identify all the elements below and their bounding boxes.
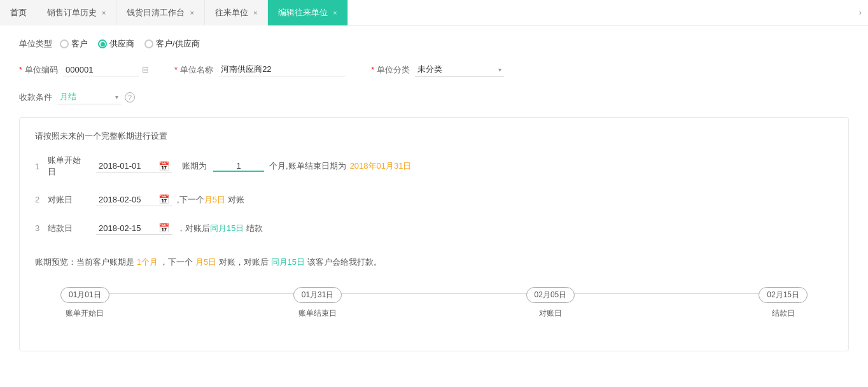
code-field: * 单位编码 ⊟ xyxy=(19,64,149,76)
radio-both[interactable]: 客户/供应商 xyxy=(144,38,200,50)
tab-sales-history-close[interactable]: × xyxy=(102,9,106,17)
payment-dropdown[interactable]: 月结 ▾ xyxy=(57,90,121,104)
tab-edit-partner[interactable]: 编辑往来单位 × xyxy=(268,0,347,25)
tab-home[interactable]: 首页 xyxy=(0,0,37,25)
timeline-badge-1: 01月01日 xyxy=(60,287,109,303)
period-row-1: 1 账单开始日 📅 账期为 个月,账单结束日期为 2018年01月31日 xyxy=(35,155,833,178)
name-label: 单位名称 xyxy=(180,64,213,76)
preview-comma1: ，下一个 xyxy=(160,257,193,267)
period-row-1-end-date: 2018年01月31日 xyxy=(350,160,412,172)
period-row-3-date-wrapper: 📅 xyxy=(96,222,172,235)
period-row-1-label: 账单开始日 xyxy=(48,155,86,178)
timeline-badge-2: 01月31日 xyxy=(293,287,342,303)
name-required: * xyxy=(174,65,178,74)
preview-mid: 对账，对账后 xyxy=(219,257,269,267)
period-row-3-highlight: 同月15日 xyxy=(210,223,244,234)
timeline-badge-3: 02月05日 xyxy=(526,287,575,303)
period-row-3-text2: 结款 xyxy=(246,223,263,234)
timeline-point-2: 01月31日 账单结束日 xyxy=(293,287,342,319)
timeline-badge-4: 02月15日 xyxy=(759,287,808,303)
radio-both-circle xyxy=(144,39,153,48)
period-row-2-highlight: 月5日 xyxy=(204,194,225,206)
period-row-2-text2: 对账 xyxy=(228,194,244,206)
unit-type-radio-group: 客户 供应商 客户/供应商 xyxy=(60,38,200,50)
period-row-3-calendar-icon[interactable]: 📅 xyxy=(158,223,169,233)
payment-row: 收款条件 月结 ▾ ? xyxy=(19,90,849,104)
radio-customer-circle xyxy=(60,39,69,48)
name-field: * 单位名称 xyxy=(174,64,346,76)
timeline-label-3: 对账日 xyxy=(539,308,562,319)
classify-arrow-icon: ▾ xyxy=(498,66,501,73)
period-row-2-calendar-icon[interactable]: 📅 xyxy=(158,194,169,204)
timeline-label-1: 账单开始日 xyxy=(66,308,104,319)
unit-type-row: 单位类型 客户 供应商 客户/供应商 xyxy=(19,38,849,50)
tab-partner[interactable]: 往来单位 × xyxy=(205,0,268,25)
unit-type-label: 单位类型 xyxy=(19,38,52,50)
period-row-1-num-input[interactable] xyxy=(213,161,264,172)
period-row-1-date-input[interactable] xyxy=(99,161,156,171)
timeline-point-4: 02月15日 结款日 xyxy=(759,287,808,319)
code-name-classify-row: * 单位编码 ⊟ * 单位名称 * 单位分类 未分类 ▾ xyxy=(19,62,849,77)
preview-date1: 月5日 xyxy=(195,257,216,267)
classify-field: * 单位分类 未分类 ▾ xyxy=(371,62,504,77)
code-copy-icon[interactable]: ⊟ xyxy=(142,65,149,74)
period-row-2-label: 对账日 xyxy=(48,194,86,206)
period-row-1-num: 1 xyxy=(35,162,48,171)
payment-value: 月结 xyxy=(60,91,113,102)
radio-supplier[interactable]: 供应商 xyxy=(98,38,134,50)
tab-cashier[interactable]: 钱货日清工作台 × xyxy=(116,0,204,25)
timeline-point-3: 02月05日 对账日 xyxy=(526,287,575,319)
classify-value: 未分类 xyxy=(417,64,496,75)
timeline-point-1: 01月01日 账单开始日 xyxy=(60,287,109,319)
period-row-2-text1: ,下一个 xyxy=(177,194,204,206)
code-input[interactable] xyxy=(63,64,139,76)
tab-expand-button[interactable]: › xyxy=(853,0,868,25)
timeline-points: 01月01日 账单开始日 01月31日 账单结束日 02月05日 对账日 02月… xyxy=(60,287,808,319)
code-label: 单位编码 xyxy=(25,64,58,76)
preview-text: 账期预览：当前客户账期是 1个月 ，下一个 月5日 对账，对账后 同月15日 该… xyxy=(35,250,833,281)
tab-edit-partner-close[interactable]: × xyxy=(333,9,337,17)
period-row-2-num: 2 xyxy=(35,195,48,204)
period-row-1-calendar-icon[interactable]: 📅 xyxy=(158,161,169,171)
period-row-1-date-wrapper: 📅 xyxy=(96,160,172,173)
timeline-label-2: 账单结束日 xyxy=(298,308,337,319)
timeline: 01月01日 账单开始日 01月31日 账单结束日 02月05日 对账日 02月… xyxy=(35,281,833,338)
tab-sales-history[interactable]: 销售订单历史 × xyxy=(37,0,116,25)
period-row-2-date-wrapper: 📅 xyxy=(96,193,172,206)
tab-partner-close[interactable]: × xyxy=(253,9,257,17)
payment-arrow-icon: ▾ xyxy=(115,94,118,101)
payment-label: 收款条件 xyxy=(19,92,52,103)
period-row-2: 2 对账日 📅 ,下一个 月5日 对账 xyxy=(35,193,833,206)
preview-1m: 1个月 xyxy=(137,257,158,267)
tab-cashier-close[interactable]: × xyxy=(190,9,193,17)
preview-end: 该客户会给我打款。 xyxy=(307,257,382,267)
classify-dropdown[interactable]: 未分类 ▾ xyxy=(415,62,504,77)
period-row-1-suffix-before: 账期为 xyxy=(182,160,207,172)
period-row-1-suffix-after: 个月,账单结束日期为 xyxy=(269,160,346,172)
period-row-3-date-input[interactable] xyxy=(99,223,156,233)
radio-customer[interactable]: 客户 xyxy=(60,38,88,50)
classify-required: * xyxy=(371,65,374,74)
period-box: 请按照未来的一个完整帐期进行设置 1 账单开始日 📅 账期为 个月,账单结束日期… xyxy=(19,117,849,351)
classify-label: 单位分类 xyxy=(377,64,410,76)
preview-label: 账期预览：当前客户账期是 xyxy=(35,257,134,267)
payment-help-icon[interactable]: ? xyxy=(125,92,135,102)
code-required: * xyxy=(19,65,22,74)
timeline-label-4: 结款日 xyxy=(772,308,795,319)
period-row-3-label: 结款日 xyxy=(48,223,86,234)
period-row-3: 3 结款日 📅 ，对账后 同月15日 结款 xyxy=(35,222,833,235)
payment-field: 收款条件 月结 ▾ ? xyxy=(19,90,135,104)
period-title: 请按照未来的一个完整帐期进行设置 xyxy=(35,130,833,142)
tab-bar: 首页 销售订单历史 × 钱货日清工作台 × 往来单位 × 编辑往来单位 × › xyxy=(0,0,868,25)
radio-supplier-circle xyxy=(98,39,107,48)
period-row-3-text1: ，对账后 xyxy=(177,223,210,234)
main-content: 单位类型 客户 供应商 客户/供应商 * 单位编码 ⊟ * 单位名称 xyxy=(0,25,868,387)
period-row-2-date-input[interactable] xyxy=(99,195,156,204)
name-input[interactable] xyxy=(218,64,346,76)
period-row-3-num: 3 xyxy=(35,223,48,233)
preview-date2: 同月15日 xyxy=(271,257,305,267)
